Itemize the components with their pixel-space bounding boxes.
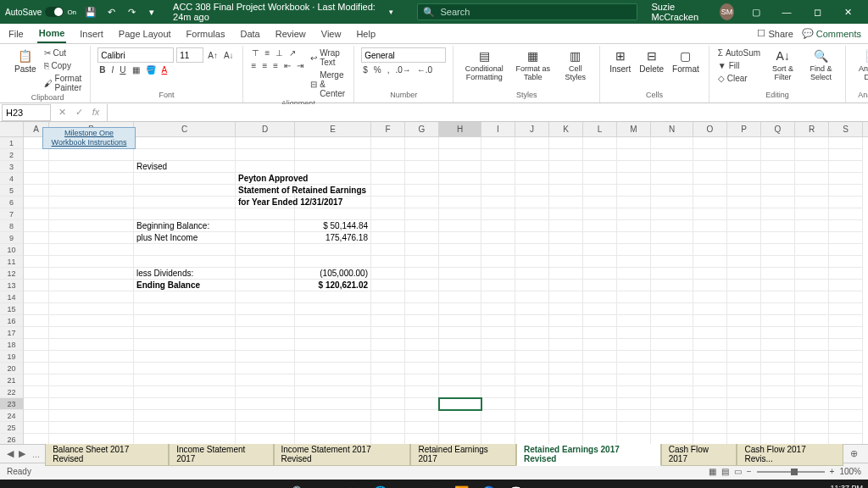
cell[interactable]	[727, 386, 761, 398]
cell[interactable]	[439, 173, 481, 185]
cell[interactable]	[49, 280, 134, 291]
cell[interactable]	[481, 197, 515, 208]
cell[interactable]	[829, 244, 863, 256]
cell[interactable]: $ 50,144.84	[295, 220, 371, 232]
cell[interactable]	[49, 208, 134, 220]
cell[interactable]: Beginning Balance:	[134, 220, 236, 232]
align-left-icon[interactable]: ≡	[250, 60, 259, 71]
align-center-icon[interactable]: ≡	[260, 60, 269, 71]
cell[interactable]	[49, 315, 134, 327]
cell[interactable]	[549, 351, 583, 363]
cell[interactable]	[134, 149, 236, 161]
cell[interactable]	[761, 398, 795, 410]
cut-button[interactable]: ✂ Cut	[42, 47, 84, 58]
cell[interactable]	[134, 410, 236, 422]
sheet-tab[interactable]: Balance Sheet 2017 Revised	[45, 442, 169, 466]
cell[interactable]	[481, 149, 515, 161]
font-name-select[interactable]	[97, 47, 174, 63]
cell[interactable]	[515, 149, 549, 161]
cell[interactable]	[761, 173, 795, 185]
cell[interactable]	[515, 339, 549, 351]
cell[interactable]	[134, 256, 236, 268]
row-header[interactable]: 24	[0, 410, 24, 422]
cell[interactable]	[727, 315, 761, 327]
cell[interactable]	[295, 374, 371, 386]
zoom-level[interactable]: 100%	[839, 467, 861, 476]
cell[interactable]	[583, 339, 617, 351]
cell[interactable]	[515, 280, 549, 291]
cell[interactable]	[439, 374, 481, 386]
cell[interactable]	[829, 422, 863, 434]
autosum-button[interactable]: Σ AutoSum	[716, 47, 762, 58]
cell[interactable]	[481, 339, 515, 351]
cell[interactable]	[549, 386, 583, 398]
cell[interactable]	[583, 173, 617, 185]
row-header[interactable]: 2	[0, 149, 24, 161]
row-header[interactable]: 18	[0, 339, 24, 351]
cell[interactable]	[134, 363, 236, 374]
row-header[interactable]: 7	[0, 208, 24, 220]
cell[interactable]	[829, 149, 863, 161]
close-icon[interactable]: ✕	[832, 0, 863, 24]
cell[interactable]	[617, 410, 651, 422]
cell[interactable]	[481, 173, 515, 185]
row-header[interactable]: 19	[0, 351, 24, 363]
cell[interactable]	[134, 386, 236, 398]
cell[interactable]	[795, 173, 829, 185]
milestone-link[interactable]: Milestone One Workbook Instructions	[42, 127, 136, 149]
cell[interactable]	[49, 351, 134, 363]
cell[interactable]	[693, 232, 727, 244]
cell[interactable]	[515, 363, 549, 374]
cell[interactable]	[617, 244, 651, 256]
cell[interactable]	[24, 268, 49, 280]
cell[interactable]	[481, 422, 515, 434]
cell[interactable]	[24, 291, 49, 303]
cell[interactable]	[617, 327, 651, 339]
cell[interactable]	[693, 280, 727, 291]
cell[interactable]	[549, 185, 583, 197]
column-header[interactable]: Q	[761, 122, 795, 136]
cell[interactable]	[295, 161, 371, 173]
cell[interactable]	[727, 374, 761, 386]
cell[interactable]	[371, 137, 405, 149]
cell[interactable]	[24, 303, 49, 315]
cell[interactable]	[693, 197, 727, 208]
row-header[interactable]: 16	[0, 315, 24, 327]
cell[interactable]	[727, 244, 761, 256]
cell[interactable]	[405, 149, 439, 161]
column-header[interactable]: F	[371, 122, 405, 136]
cell[interactable]	[693, 185, 727, 197]
indent-inc-icon[interactable]: ⇥	[295, 60, 305, 71]
cell[interactable]	[651, 197, 693, 208]
tab-page-layout[interactable]: Page Layout	[117, 25, 173, 42]
cell[interactable]	[583, 351, 617, 363]
cell[interactable]	[236, 351, 295, 363]
row-header[interactable]: 10	[0, 244, 24, 256]
cell[interactable]	[829, 268, 863, 280]
cell[interactable]	[617, 149, 651, 161]
align-middle-icon[interactable]: ≡	[264, 47, 272, 58]
cell[interactable]	[617, 220, 651, 232]
row-header[interactable]: 22	[0, 386, 24, 398]
font-color-button[interactable]: A	[160, 64, 170, 75]
cell-styles-button[interactable]: ▥Cell Styles	[558, 47, 593, 82]
cell[interactable]	[49, 173, 134, 185]
cell[interactable]	[439, 291, 481, 303]
cell[interactable]	[727, 137, 761, 149]
cell[interactable]	[795, 398, 829, 410]
cell[interactable]	[829, 280, 863, 291]
cell[interactable]	[439, 280, 481, 291]
cell[interactable]	[49, 197, 134, 208]
cell[interactable]	[481, 410, 515, 422]
sheet-tab[interactable]: Cash Flow 2017	[661, 442, 737, 466]
cell[interactable]	[405, 351, 439, 363]
cell[interactable]	[439, 137, 481, 149]
cell[interactable]	[761, 339, 795, 351]
cell[interactable]	[515, 398, 549, 410]
column-header[interactable]: N	[651, 122, 693, 136]
cell[interactable]	[651, 244, 693, 256]
cell[interactable]	[795, 351, 829, 363]
teams-icon[interactable]: 💬	[504, 481, 526, 488]
cell[interactable]	[549, 149, 583, 161]
cell[interactable]	[405, 161, 439, 173]
